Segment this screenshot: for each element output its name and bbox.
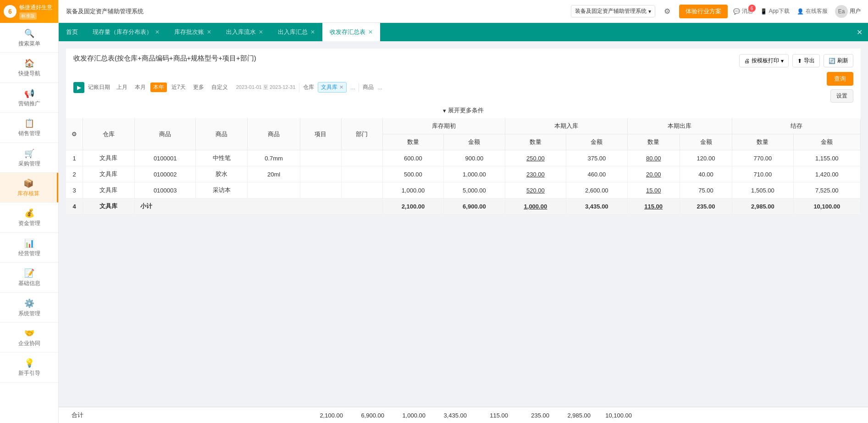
date-btn-7days[interactable]: 近7天: [169, 82, 188, 92]
settings-gear-icon[interactable]: ⚙: [661, 5, 674, 18]
subtotal-row: 4 文具库 小计 2,100.00 6,900.00 1,000.00 3,43…: [66, 198, 861, 214]
export-icon: ⬆: [797, 58, 802, 64]
row-in-qty[interactable]: 250.00: [505, 150, 566, 166]
setting-button[interactable]: 设置: [830, 89, 853, 103]
tab-recv-send[interactable]: 收发存汇总表 ✕: [322, 23, 380, 41]
tab-batch[interactable]: 库存批次账 ✕: [167, 23, 219, 41]
th-project: 项目: [300, 118, 341, 150]
refresh-button[interactable]: 🔄 刷新: [824, 54, 853, 67]
tab-inout-summary-label: 出入库汇总: [278, 28, 308, 36]
subtotal-in-amt: 3,435.00: [566, 198, 627, 214]
app-download-button[interactable]: 📱 App下载: [760, 7, 790, 15]
row-in-qty[interactable]: 230.00: [505, 166, 566, 182]
table-row: 2 文具库 0100002 胶水 20ml 500.00 1,000.00 23…: [66, 166, 861, 182]
sidebar-item-business[interactable]: 📊 经营管理: [0, 233, 58, 263]
trial-button[interactable]: 体验行业方案: [679, 5, 728, 18]
row-in-amt: 460.00: [566, 166, 627, 182]
sidebar-item-search[interactable]: 🔍 搜索菜单: [0, 23, 58, 53]
sidebar-item-marketing[interactable]: 📢 营销推广: [0, 83, 58, 113]
message-icon: 💬: [733, 8, 740, 15]
sidebar-item-system[interactable]: ⚙️ 系统管理: [0, 293, 58, 323]
service-icon: 👤: [797, 8, 804, 15]
row-dept: [341, 182, 382, 198]
close-all-tabs[interactable]: ✕: [851, 28, 868, 37]
tab-inout-summary-close[interactable]: ✕: [310, 29, 315, 35]
sidebar-item-guide[interactable]: 💡 新手引导: [0, 352, 58, 382]
avatar: Ea: [835, 5, 848, 18]
total-out-qty: 115.00: [472, 412, 514, 419]
th-department: 部门: [341, 118, 382, 150]
row-name: 中性笔: [196, 150, 248, 166]
message-button[interactable]: 💬 消息 6: [733, 7, 753, 15]
inventory-label: 库存核算: [17, 190, 39, 197]
subtotal-warehouse: 文具库: [83, 198, 135, 214]
row-out-qty[interactable]: 20.00: [627, 166, 680, 182]
print-button[interactable]: 🖨 按模板打印 ▾: [739, 54, 789, 67]
subtotal-out-qty[interactable]: 115.00: [627, 198, 680, 214]
tab-stock-dist-close[interactable]: ✕: [155, 29, 160, 35]
warehouse-tag-close[interactable]: ✕: [339, 84, 343, 90]
sidebar-item-inventory[interactable]: 📦 库存核算: [0, 173, 58, 203]
date-btn-this-year[interactable]: 本年: [150, 82, 167, 92]
user-profile[interactable]: Ea 用户: [835, 5, 861, 18]
tab-inout-flow-close[interactable]: ✕: [259, 29, 263, 35]
row-name: 采访本: [196, 182, 248, 198]
sidebar-logo: 6 畅捷通好生意 标准版: [0, 0, 58, 23]
page-content: 收发存汇总表(按仓库+商品编码+商品+规格型号+项目+部门) 🖨 按模板打印 ▾…: [59, 41, 868, 407]
tab-inout-flow[interactable]: 出入库流水 ✕: [219, 23, 271, 41]
row-in-qty[interactable]: 520.00: [505, 182, 566, 198]
print-label: 按模板打印: [752, 57, 779, 65]
date-label: 记账日期: [88, 83, 110, 91]
row-out-qty[interactable]: 80.00: [627, 150, 680, 166]
expand-icon: ▾: [443, 107, 446, 114]
warehouse-more[interactable]: ...: [350, 84, 355, 91]
warehouse-tag: 文具库 ✕: [318, 82, 347, 93]
row-project: [300, 182, 341, 198]
row-spec: [248, 182, 300, 198]
sales-label: 销售管理: [18, 130, 40, 137]
th-closing-qty: 数量: [732, 134, 793, 150]
sidebar-item-quick[interactable]: 🏠 快捷导航: [0, 53, 58, 82]
subtotal-in-qty[interactable]: 1,000.00: [505, 198, 566, 214]
tab-inout-summary[interactable]: 出入库汇总 ✕: [271, 23, 322, 41]
sidebar-item-finance[interactable]: 💰 资金管理: [0, 203, 58, 232]
filter-toggle[interactable]: ▶: [73, 82, 84, 93]
date-btn-custom[interactable]: 自定义: [209, 82, 231, 92]
query-button[interactable]: 查询: [827, 72, 853, 86]
row-code: 0100001: [134, 150, 195, 166]
date-btn-this-month[interactable]: 本月: [132, 82, 149, 92]
topbar-right: 💬 消息 6 📱 App下载 👤 在线客服 Ea 用户: [733, 5, 861, 18]
row-out-qty[interactable]: 15.00: [627, 182, 680, 198]
date-btn-more[interactable]: 更多: [190, 82, 207, 92]
online-service-button[interactable]: 👤 在线客服: [797, 7, 828, 15]
tab-recv-send-close[interactable]: ✕: [368, 29, 373, 35]
system-label: 系统管理: [18, 310, 40, 317]
service-label: 在线客服: [806, 7, 828, 15]
expand-conditions[interactable]: ▾ 展开更多条件: [73, 106, 853, 115]
system-dropdown[interactable]: 装备及固定资产辅助管理系统 ▾: [571, 5, 655, 17]
sidebar-item-sales[interactable]: 📋 销售管理: [0, 113, 58, 143]
subtotal-closing-qty: 2,985.00: [732, 198, 793, 214]
sidebar-item-basic[interactable]: 📝 基础信息: [0, 263, 58, 292]
row-project: [300, 150, 341, 166]
row-closing-qty: 1,505.00: [732, 182, 793, 198]
goods-more[interactable]: ...: [377, 84, 382, 91]
system-title: 装备及固定资产辅助管理系统: [66, 7, 565, 16]
th-in-amt: 金额: [566, 134, 627, 150]
export-button[interactable]: ⬆ 导出: [792, 54, 820, 67]
marketing-label: 营销推广: [18, 100, 40, 107]
inventory-icon: 📦: [23, 178, 33, 188]
tab-stock-dist[interactable]: 现存量（库存分布表） ✕: [85, 23, 167, 41]
tab-home[interactable]: 首页: [59, 23, 85, 41]
export-label: 导出: [804, 57, 815, 65]
tab-batch-close[interactable]: ✕: [207, 29, 211, 35]
row-opening-amt: 5,000.00: [444, 182, 505, 198]
date-btn-prev-month[interactable]: 上月: [114, 82, 130, 92]
subtotal-closing-amt: 10,100.00: [793, 198, 860, 214]
sidebar-item-enterprise[interactable]: 🤝 企业协同: [0, 323, 58, 352]
sidebar: 6 畅捷通好生意 标准版 🔍 搜索菜单 🏠 快捷导航 📢 营销推广 📋 销售管理…: [0, 0, 59, 423]
row-in-amt: 375.00: [566, 150, 627, 166]
sidebar-item-purchase[interactable]: 🛒 采购管理: [0, 143, 58, 173]
chevron-down-icon-print: ▾: [781, 58, 784, 64]
chevron-down-icon: ▾: [648, 8, 651, 15]
